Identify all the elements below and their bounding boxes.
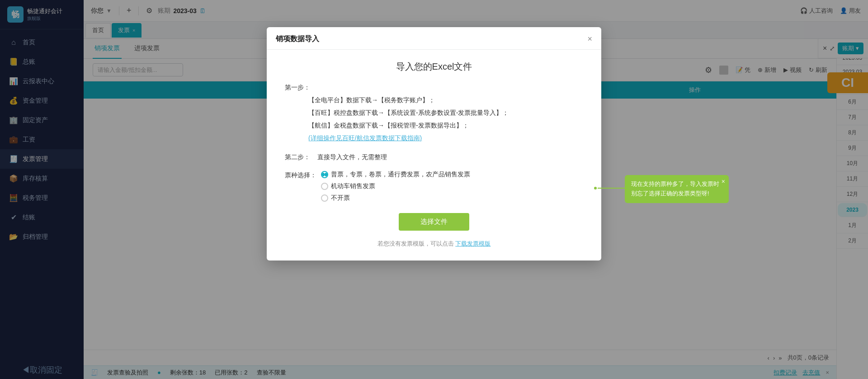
download-template-link[interactable]: 下载发票模版 — [455, 240, 491, 247]
modal-close-button[interactable]: × — [587, 34, 592, 44]
import-title: 导入您的Excel文件 — [285, 61, 583, 73]
tooltip-line — [598, 188, 625, 189]
step2-label: 第二步： 直接导入文件，无需整理 — [285, 153, 583, 161]
download-guide-link[interactable]: (详细操作见百旺/航信发票数据下载指南) — [308, 134, 422, 142]
import-modal: 销项数据导入 × 导入您的Excel文件 第一步： 【全电平台】数据下载→【税务… — [267, 27, 601, 261]
step1-content: 【全电平台】数据下载→【税务数字账户】； 【百旺】税控盘数据下载→【系统设置-系… — [308, 94, 583, 144]
tooltip-dot — [593, 186, 598, 190]
step1-label: 第一步： — [285, 84, 583, 92]
radio-item-1[interactable]: 机动车销售发票 — [321, 182, 470, 190]
select-file-button[interactable]: 选择文件 — [399, 213, 469, 231]
radio-group: 普票，专票，卷票，通行费发票，农产品销售发票 机动车销售发票 不开票 — [321, 171, 470, 202]
tooltip-close-button[interactable]: × — [722, 178, 725, 185]
modal-footer-note: 若您没有发票模版，可以点击 下载发票模版 — [285, 240, 583, 248]
tooltip-popup: × 现在支持的票种多了，导入发票时别忘了选择正确的发票类型呀! — [625, 175, 729, 203]
tooltip-text: 现在支持的票种多了，导入发票时别忘了选择正确的发票类型呀! — [631, 180, 719, 197]
select-file-container: 选择文件 — [285, 213, 583, 231]
modal-body: 导入您的Excel文件 第一步： 【全电平台】数据下载→【税务数字账户】； 【百… — [267, 50, 601, 261]
radio-circle-2 — [321, 194, 328, 202]
modal-overlay: 销项数据导入 × 导入您的Excel文件 第一步： 【全电平台】数据下载→【税务… — [0, 0, 868, 379]
modal-header: 销项数据导入 × — [267, 27, 601, 50]
radio-item-0[interactable]: 普票，专票，卷票，通行费发票，农产品销售发票 — [321, 171, 470, 179]
radio-circle-0 — [321, 171, 328, 178]
ticket-section: 票种选择： 普票，专票，卷票，通行费发票，农产品销售发票 机动车销售发票 — [285, 171, 583, 202]
step2-section: 第二步： 直接导入文件，无需整理 — [285, 153, 583, 161]
radio-circle-1 — [321, 183, 328, 190]
modal-title: 销项数据导入 — [276, 34, 319, 44]
ticket-label: 票种选择： — [285, 171, 316, 180]
step1-section: 第一步： 【全电平台】数据下载→【税务数字账户】； 【百旺】税控盘数据下载→【系… — [285, 84, 583, 144]
radio-item-2[interactable]: 不开票 — [321, 194, 470, 202]
